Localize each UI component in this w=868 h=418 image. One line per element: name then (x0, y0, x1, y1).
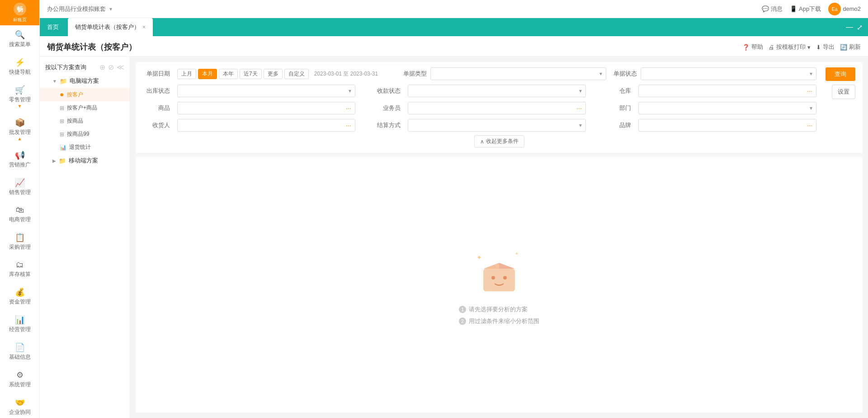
app-icon: 📱 (790, 5, 797, 12)
sidebar-item-finance[interactable]: 💰 资金管理 (0, 283, 39, 310)
out-input[interactable]: ▾ (177, 85, 355, 97)
goods-input[interactable]: ··· (177, 102, 355, 114)
collab-icon: 🤝 (15, 398, 25, 408)
message-label: 消息 (771, 5, 783, 13)
sidebar-logo: 畅 标账页 (0, 0, 39, 25)
main-area: 办公用品行业模拟账套 ▾ 💬 消息 📱 App下载 Ea demo2 首页 销货… (40, 0, 868, 418)
edit-scheme-icon[interactable]: ⊘ (108, 63, 114, 71)
content-body: 按以下方案查询 ⊕ ⊘ ≪ ▼ 📁 电脑端方案 ● 按客户 (40, 57, 868, 418)
tab-active-label: 销货单统计表（按客户） (75, 23, 140, 31)
svg-point-7 (503, 276, 507, 280)
receiver-input[interactable]: ··· (177, 119, 355, 132)
settle-input[interactable]: ▾ (408, 119, 586, 132)
date-btn-group: 上月 本月 本年 近7天 更多 自定义 2023-03-01 至 2023-03… (177, 69, 378, 79)
empty-hint2: 2 用过滤条件来缩小分析范围 (459, 317, 539, 325)
export-btn[interactable]: ⬇ 导出 (816, 43, 835, 51)
salesman-label: 业务员 (373, 104, 401, 112)
warehouse-label: 仓库 (604, 87, 631, 95)
sidebar-item-purchase[interactable]: 📋 采购管理 (0, 228, 39, 256)
message-btn[interactable]: 💬 消息 (762, 5, 783, 13)
sidebar-item-inventory[interactable]: 🗂 库存核算 (0, 256, 39, 283)
tree-item-by-customer[interactable]: ● 按客户 (40, 88, 130, 101)
sidebar-item-system[interactable]: ⚙ 系统管理 (0, 366, 39, 393)
sidebar-item-label: 基础信息 (9, 353, 31, 361)
sidebar-item-basic[interactable]: 📄 基础信息 (0, 338, 39, 366)
sidebar-item-nav[interactable]: ⚡ 快捷导航 (0, 53, 39, 81)
receipt-input[interactable]: ▾ (408, 85, 586, 97)
tree-expand-icon2: ▶ (52, 158, 56, 163)
tree-expand-icon: ▼ (52, 79, 57, 84)
avatar: Ea (828, 3, 841, 15)
date-btn-last-month[interactable]: 上月 (177, 69, 196, 79)
tab-close-icon[interactable]: × (142, 24, 146, 30)
svg-text:畅: 畅 (17, 5, 23, 13)
refresh-icon: 🔄 (840, 44, 847, 51)
hint2-text: 用过滤条件来缩小分析范围 (469, 317, 539, 325)
status-dropdown-icon: ▾ (810, 71, 812, 77)
sidebar-item-label: 系统管理 (9, 381, 31, 389)
settle-dropdown-icon: ▾ (579, 122, 582, 128)
tree-item-goods[interactable]: ⊞ 按商品 (40, 114, 130, 128)
sidebar-item-label: 采购管理 (9, 243, 31, 251)
sidebar-item-label: 电商管理 (9, 216, 31, 223)
refresh-btn[interactable]: 🔄 刷新 (840, 43, 861, 51)
tree-folder-mobile[interactable]: ▶ 📁 移动端方案 (40, 154, 130, 167)
help-btn[interactable]: ❓ 帮助 (742, 43, 763, 51)
print-btn[interactable]: 🖨 按模板打印 ▾ (769, 43, 811, 51)
type-input[interactable]: ▾ (430, 67, 606, 80)
salesman-input[interactable]: ··· (408, 102, 586, 114)
sidebar-item-label: 批发管理 (9, 128, 31, 136)
query-button[interactable]: 查询 (826, 67, 855, 81)
top-bar: 办公用品行业模拟账套 ▾ 💬 消息 📱 App下载 Ea demo2 (40, 0, 868, 18)
tab-minimize-icon[interactable]: — (846, 23, 853, 31)
set-button[interactable]: 设置 (832, 85, 855, 99)
date-btn-7days[interactable]: 近7天 (240, 69, 262, 79)
date-btn-this-year[interactable]: 本年 (219, 69, 238, 79)
sidebar-item-search[interactable]: 🔍 搜索菜单 (0, 25, 39, 53)
status-input[interactable]: ▾ (641, 67, 816, 80)
app-download-btn[interactable]: 📱 App下载 (790, 5, 821, 13)
collapse-scheme-icon[interactable]: ≪ (117, 63, 124, 71)
sidebar-item-label: 资金管理 (9, 298, 31, 306)
date-btn-this-month[interactable]: 本月 (198, 69, 217, 79)
sales-icon: 📈 (15, 178, 25, 188)
left-panel-header: 按以下方案查询 ⊕ ⊘ ≪ (40, 60, 130, 74)
tree-item-return[interactable]: 📊 退货统计 (40, 141, 130, 154)
page-header: 销货单统计表（按客户） ❓ 帮助 🖨 按模板打印 ▾ ⬇ 导出 🔄 刷新 (40, 36, 868, 57)
sidebar-item-label: 库存核算 (9, 271, 31, 278)
collapse-btn[interactable]: ∧ 收起更多条件 (474, 135, 524, 147)
sidebar-item-management[interactable]: 📊 经营管理 (0, 310, 39, 338)
add-scheme-icon[interactable]: ⊕ (99, 63, 105, 71)
sidebar-item-collab[interactable]: 🤝 企业协同 (0, 393, 39, 418)
user-area[interactable]: Ea demo2 (828, 3, 861, 15)
tree-item-label: 按客户 (67, 91, 83, 99)
topbar-left: 办公用品行业模拟账套 ▾ (47, 5, 112, 13)
sidebar-item-label: 营销推广 (9, 161, 31, 169)
tab-home[interactable]: 首页 (40, 18, 66, 36)
tab-expand-icon[interactable]: ⤢ (857, 23, 863, 32)
folder-icon: 📁 (60, 78, 67, 85)
left-panel: 按以下方案查询 ⊕ ⊘ ≪ ▼ 📁 电脑端方案 ● 按客户 (40, 57, 130, 418)
sidebar-item-wholesale[interactable]: 📦 批发管理 ▲ (0, 113, 39, 146)
tree-folder-pc[interactable]: ▼ 📁 电脑端方案 (40, 74, 130, 88)
sidebar-item-marketing[interactable]: 📢 营销推广 (0, 146, 39, 173)
tree-item-goods99[interactable]: ⊞ 按商品99 (40, 128, 130, 141)
date-btn-custom[interactable]: 自定义 (284, 69, 309, 79)
collapse-up-icon: ∧ (480, 138, 484, 145)
warehouse-input[interactable]: ··· (638, 85, 816, 97)
date-btn-more[interactable]: 更多 (264, 69, 283, 79)
hint1-text: 请先选择要分析的方案 (469, 305, 528, 314)
sidebar-item-retail[interactable]: 🛒 零售管理 ▼ (0, 81, 39, 113)
topbar-dropdown-icon[interactable]: ▾ (109, 6, 112, 12)
tab-active[interactable]: 销货单统计表（按客户） × (68, 18, 153, 36)
collapse-label: 收起更多条件 (486, 138, 519, 145)
retail-icon: 🛒 (15, 85, 25, 95)
sidebar-item-sales[interactable]: 📈 销售管理 (0, 173, 39, 201)
salesman-dots-icon: ··· (576, 104, 582, 112)
print-dropdown-icon: ▾ (807, 44, 811, 51)
brand-input[interactable]: ··· (638, 119, 816, 132)
tree-item-customer-goods[interactable]: ⊞ 按客户+商品 (40, 101, 130, 114)
sidebar-item-ecommerce[interactable]: 🛍 电商管理 (0, 201, 39, 228)
dept-input[interactable]: ▾ (638, 102, 816, 114)
tree-item-label: 按商品 (67, 117, 83, 125)
